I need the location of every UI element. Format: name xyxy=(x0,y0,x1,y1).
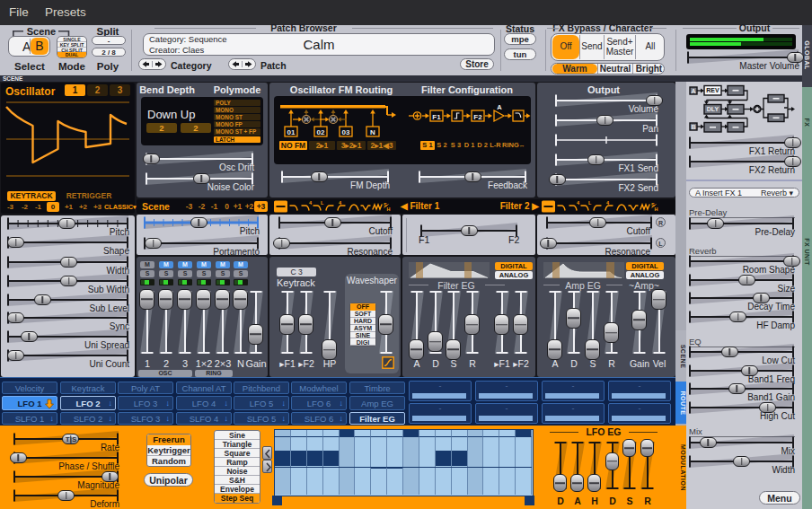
waveshaper-type-soft[interactable]: SOFT xyxy=(350,311,375,318)
osc-uni-count-slider-handle[interactable] xyxy=(7,350,24,361)
fx-bypass-all[interactable]: All xyxy=(635,35,665,59)
filter-eg-display[interactable] xyxy=(409,262,490,278)
patch-name[interactable]: Calm xyxy=(229,37,409,52)
modulation-tab[interactable]: MODULATION xyxy=(675,426,686,509)
mod-source-poly-at[interactable]: Poly AT xyxy=(118,382,173,394)
amp-vel[interactable] xyxy=(648,291,671,354)
character-warm[interactable]: Warm xyxy=(552,64,597,74)
filter2-cutoff-slider-r-badge[interactable]: R xyxy=(656,217,666,227)
fm-route-1[interactable]: 2▸1 xyxy=(309,141,335,150)
step-col-9[interactable] xyxy=(403,430,419,495)
filter2-resonance-slider-l-badge[interactable]: L xyxy=(656,238,666,248)
mixer-mute-2[interactable]: M xyxy=(159,261,173,268)
lfo-trigger-keytrigger[interactable]: Keytrigger xyxy=(147,445,190,456)
osc-sync-slider-handle[interactable] xyxy=(7,312,24,323)
fm-route-3[interactable]: 2▸1◀3 xyxy=(367,141,396,150)
macro-cell-bar[interactable] xyxy=(545,393,599,399)
filter-route-lr[interactable]: L-R xyxy=(490,141,502,150)
step-bar-3[interactable] xyxy=(307,451,322,467)
waveshaper-drive[interactable] xyxy=(375,291,398,354)
mod-source-lfo-1[interactable]: LFO 1 xyxy=(2,396,57,410)
feedback-slider-handle[interactable] xyxy=(464,171,481,182)
lfo-trigger-freerun[interactable]: Freerun xyxy=(147,434,190,445)
filter1-resonance-slider-handle[interactable] xyxy=(273,238,290,249)
keytrack-f2-handle[interactable] xyxy=(298,314,313,335)
mixer-level-2-handle[interactable] xyxy=(158,289,173,310)
mode-dual[interactable]: DUAL xyxy=(57,52,86,57)
polymode-mono-st[interactable]: MONO ST xyxy=(214,114,260,120)
poly-value[interactable]: 2 / 8 xyxy=(92,48,126,57)
osc-octave--3[interactable]: -3 xyxy=(4,202,16,212)
step-trigger-2[interactable] xyxy=(291,430,307,437)
osc-uni-spread-slider-handle[interactable] xyxy=(21,331,38,342)
step-col-13[interactable] xyxy=(468,430,484,495)
menu-presets[interactable]: Presets xyxy=(40,0,92,25)
filter2-resonance-slider-handle[interactable] xyxy=(540,238,557,249)
mod-source-lfo-4[interactable]: LFO 4↓ xyxy=(176,396,232,410)
amp-eg-r-handle[interactable] xyxy=(604,322,619,343)
bend-up-value[interactable]: 2 xyxy=(181,123,211,133)
filter1-label[interactable]: ◀ Filter 1 xyxy=(401,201,439,211)
mixer-solo-1[interactable]: S xyxy=(140,270,154,277)
filter-eg-f2[interactable] xyxy=(509,291,533,354)
step-col-6[interactable] xyxy=(355,430,371,495)
fx-select-dropdown[interactable]: A Insert FX 1Reverb ▾ xyxy=(689,188,799,197)
mod-source-slfo-4[interactable]: SLFO 4↓ xyxy=(176,412,232,425)
filter-balance-slider-handle[interactable] xyxy=(461,225,478,236)
fx-pre-delay-slider-handle[interactable] xyxy=(707,218,724,229)
step-trigger-1[interactable] xyxy=(275,430,291,437)
filter-route-[interactable]: ↔ xyxy=(518,141,526,150)
fx-unit-tab-label[interactable]: FX UNIT xyxy=(804,221,810,283)
lfo-shape-noise[interactable]: Noise xyxy=(215,467,260,476)
mixer-gain-handle[interactable] xyxy=(248,324,263,345)
amp-eg-analog[interactable]: ANALOG xyxy=(626,271,664,279)
mixer-mute-3[interactable]: M xyxy=(178,261,192,268)
lfo-shape-sine[interactable]: Sine xyxy=(215,431,260,440)
waveshaper-drive-handle[interactable] xyxy=(378,314,393,335)
fx-hf-damp-slider-handle[interactable] xyxy=(729,312,746,322)
polymode-mono-st-fp[interactable]: MONO ST + FP xyxy=(214,128,260,135)
mod-source-modwheel[interactable]: Modwheel xyxy=(291,382,347,394)
polymode-latch[interactable]: LATCH xyxy=(214,136,260,143)
lfo-eg-h-handle[interactable] xyxy=(587,474,601,492)
step-prev-button[interactable] xyxy=(262,446,272,460)
character-bright[interactable]: Bright xyxy=(632,64,665,74)
polymode-mono-fp[interactable]: MONO FP xyxy=(214,121,260,127)
step-trigger-3[interactable] xyxy=(307,430,323,437)
macro-cell-bar[interactable] xyxy=(412,416,466,421)
step-bar-4[interactable] xyxy=(323,451,339,467)
mixer-level-5-handle[interactable] xyxy=(215,289,230,310)
osc-type-selector[interactable]: CLASSIC▾ xyxy=(104,203,132,211)
step-col-16[interactable] xyxy=(516,430,532,495)
mixer-level-4-handle[interactable] xyxy=(196,289,211,310)
status-tun-button[interactable]: tun xyxy=(504,48,536,60)
mod-source-lfo-6[interactable]: LFO 6↓ xyxy=(291,396,347,410)
macro-cell-3[interactable]: - xyxy=(542,381,605,401)
filter-eg-analog[interactable]: ANALOG xyxy=(495,271,533,279)
fx-size-slider-handle[interactable] xyxy=(738,275,755,285)
osc-octave-+2[interactable]: +2 xyxy=(77,202,89,212)
menu-file[interactable]: File xyxy=(4,0,34,25)
filter-balance-slider[interactable] xyxy=(420,219,517,242)
lfo-deform-slider-handle[interactable] xyxy=(57,490,75,501)
mixer-mute-5[interactable]: M xyxy=(216,261,230,268)
step-col-7[interactable] xyxy=(371,430,387,495)
amp-eg-a-handle[interactable] xyxy=(547,339,562,360)
mod-source-pitchbend[interactable]: Pitchbend xyxy=(234,382,289,394)
keytrack-f1-handle[interactable] xyxy=(279,314,295,335)
macro-cell-bar[interactable] xyxy=(612,393,666,399)
step-col-10[interactable] xyxy=(419,430,436,495)
osc-octave-0[interactable]: 0 xyxy=(47,202,59,212)
filter1-cutoff-slider-handle[interactable] xyxy=(324,217,341,228)
macro-cell-4[interactable]: - xyxy=(608,381,671,401)
lfo-shape-step-seq[interactable]: Step Seq xyxy=(215,494,260,503)
fx-band1-gain-slider-handle[interactable] xyxy=(728,383,746,394)
waveshaper-type-asym[interactable]: ASYM xyxy=(350,325,375,332)
filter-route-s1[interactable]: S 1 xyxy=(420,141,435,150)
filter-eg-r-handle[interactable] xyxy=(464,314,480,335)
lfo-shape-s-h[interactable]: S&H xyxy=(215,476,260,485)
mixer-level-1-handle[interactable] xyxy=(139,289,154,310)
mod-source-slfo-1[interactable]: SLFO 1↓ xyxy=(2,412,57,425)
macro-cell-bar[interactable] xyxy=(412,393,466,399)
lfo-rate-slider-handle[interactable]: T|S xyxy=(62,434,79,444)
